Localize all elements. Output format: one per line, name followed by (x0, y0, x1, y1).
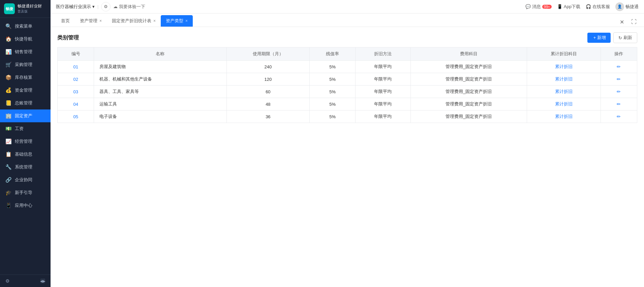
row-operation[interactable]: ✏ (601, 61, 637, 73)
nav-label-inventory: 库存核算 (15, 74, 32, 81)
sidebar-item-ledger[interactable]: 📒 总账管理 (0, 97, 51, 109)
service-icon: 🎧 (586, 4, 591, 9)
row-method: 年限平均 (356, 73, 411, 86)
expand-icon[interactable]: ⛶ (629, 17, 639, 27)
row-accumulated: 累计折旧 (527, 98, 601, 110)
sidebar-item-tutorial[interactable]: 🎓 新手引导 (0, 186, 51, 199)
edit-icon[interactable]: ✏ (617, 64, 621, 69)
tab-label-depreciation-table: 固定资产折旧统计表 (112, 18, 151, 24)
industry-label: 医疗器械行业演示 (56, 4, 91, 10)
th-编号: 编号 (58, 47, 94, 61)
sidebar-item-quick-nav[interactable]: 🏠 快捷导航 (0, 33, 51, 45)
tab-close-depreciation-table[interactable]: × (153, 19, 156, 23)
row-code: 04 (58, 98, 94, 110)
table-row: 02 机器、机械和其他生产设备 120 5% 年限平均 管理费用_固定资产折旧 … (58, 73, 637, 86)
tab-home[interactable]: 首页 (56, 15, 75, 27)
industry-selector[interactable]: 医疗器械行业演示 ▾ (56, 4, 95, 10)
row-method: 年限平均 (356, 98, 411, 110)
topbar: 医疗器械行业演示 ▾ | ⚙ ☁ 我要体验一下 💬 消息 99+ 📱 (51, 0, 644, 13)
nav-label-search: 搜索菜单 (15, 23, 32, 29)
sidebar-item-operations[interactable]: 📈 经营管理 (0, 135, 51, 148)
edit-icon[interactable]: ✏ (617, 101, 621, 107)
gear-button[interactable]: ⚙ (101, 2, 111, 11)
tab-asset-type[interactable]: 资产类型× (161, 15, 193, 27)
app-download-action[interactable]: 📱 App下载 (557, 4, 580, 10)
logo-title: 畅捷通好业财 (18, 4, 42, 9)
sidebar-item-purchase[interactable]: 🛒 采购管理 (0, 58, 51, 71)
row-operation[interactable]: ✏ (601, 73, 637, 86)
user-action[interactable]: 👤 畅捷通 (615, 2, 639, 11)
nav-icon-purchase: 🛒 (5, 62, 11, 68)
nav-icon-payroll: 💵 (5, 126, 11, 132)
sidebar-item-enterprise[interactable]: 🔗 企业协同 (0, 173, 51, 186)
row-name: 机器、机械和其他生产设备 (94, 73, 226, 86)
sidebar-item-capital[interactable]: 💰 资金管理 (0, 84, 51, 97)
topbar-right: 💬 消息 99+ 📱 App下载 🎧 在线客服 👤 畅捷通 (525, 2, 639, 11)
row-method: 年限平均 (356, 86, 411, 98)
sidebar-item-search[interactable]: 🔍 搜索菜单 (0, 20, 51, 33)
close-window-icon[interactable]: ✕ (617, 17, 626, 27)
sidebar-item-inventory[interactable]: 📦 库存核算 (0, 71, 51, 84)
nav-label-system: 系统管理 (15, 164, 32, 170)
row-accumulated: 累计折旧 (527, 73, 601, 86)
row-residual: 5% (310, 73, 356, 86)
row-expense: 管理费用_固定资产折旧 (410, 73, 527, 86)
edit-icon[interactable]: ✏ (617, 76, 621, 82)
sidebar-item-payroll[interactable]: 💵 工资 (0, 122, 51, 135)
tab-close-asset-type[interactable]: × (185, 19, 188, 23)
th-名称: 名称 (94, 47, 226, 61)
nav-label-ledger: 总账管理 (15, 100, 32, 106)
page-actions: + 新增 ↻ 刷新 (587, 32, 637, 43)
row-expense: 管理费用_固定资产折旧 (410, 98, 527, 110)
app-download-label: App下载 (564, 4, 580, 10)
collapse-icon[interactable]: ◀▶ (40, 279, 45, 283)
row-residual: 5% (310, 61, 356, 73)
sidebar-item-basic-info[interactable]: 📋 基础信息 (0, 148, 51, 161)
nav-icon-quick-nav: 🏠 (5, 36, 11, 42)
row-residual: 5% (310, 98, 356, 110)
row-name: 电子设备 (94, 110, 226, 123)
nav-label-purchase: 采购管理 (15, 62, 32, 68)
table-row: 01 房屋及建筑物 240 5% 年限平均 管理费用_固定资产折旧 累计折旧 ✏ (58, 61, 637, 73)
tab-label-asset-type: 资产类型 (166, 18, 183, 24)
tab-close-asset-mgmt[interactable]: × (99, 19, 102, 23)
customer-service-action[interactable]: 🎧 在线客服 (586, 4, 610, 10)
row-period: 48 (226, 98, 310, 110)
sidebar-item-app-center[interactable]: 📱 应用中心 (0, 199, 51, 212)
page-header: 类别管理 + 新增 ↻ 刷新 (51, 27, 644, 47)
row-residual: 5% (310, 86, 356, 98)
nav-icon-sales: 📊 (5, 49, 11, 55)
row-operation[interactable]: ✏ (601, 98, 637, 110)
row-name: 器具、工具、家具等 (94, 86, 226, 98)
nav-icon-fixed-assets: 🏢 (5, 113, 11, 119)
row-period: 240 (226, 61, 310, 73)
logo: 畅捷 畅捷通好业财 普及版 (0, 0, 51, 18)
row-operation[interactable]: ✏ (601, 110, 637, 123)
new-button[interactable]: + 新增 (587, 33, 611, 43)
message-action[interactable]: 💬 消息 99+ (525, 4, 552, 10)
sidebar-item-sales[interactable]: 📊 销售管理 (0, 45, 51, 58)
content: 类别管理 + 新增 ↻ 刷新 编号名称使用期限（月）残值率折旧方法费用科目累计折… (51, 27, 644, 287)
edit-icon[interactable]: ✏ (617, 89, 621, 94)
nav-label-quick-nav: 快捷导航 (15, 36, 32, 42)
tab-asset-mgmt[interactable]: 资产管理× (75, 15, 107, 27)
experience-button[interactable]: ☁ 我要体验一下 (113, 4, 145, 10)
row-operation[interactable]: ✏ (601, 86, 637, 98)
sidebar-item-system[interactable]: 🔧 系统管理 (0, 161, 51, 173)
settings-icon[interactable]: ⚙ (5, 278, 10, 284)
asset-type-table: 编号名称使用期限（月）残值率折旧方法费用科目累计折旧科目操作 01 房屋及建筑物… (57, 47, 637, 123)
nav-icon-tutorial: 🎓 (5, 190, 11, 196)
tab-label-home: 首页 (61, 18, 70, 24)
table-head: 编号名称使用期限（月）残值率折旧方法费用科目累计折旧科目操作 (58, 47, 637, 61)
tab-depreciation-table[interactable]: 固定资产折旧统计表× (107, 15, 161, 27)
row-expense: 管理费用_固定资产折旧 (410, 86, 527, 98)
nav-icon-inventory: 📦 (5, 74, 11, 81)
row-expense: 管理费用_固定资产折旧 (410, 110, 527, 123)
table-header-row: 编号名称使用期限（月）残值率折旧方法费用科目累计折旧科目操作 (58, 47, 637, 61)
sidebar-item-fixed-assets[interactable]: 🏢 固定资产 (0, 109, 51, 122)
message-icon: 💬 (525, 4, 531, 9)
cloud-icon: ☁ (113, 4, 118, 9)
edit-icon[interactable]: ✏ (617, 114, 621, 119)
refresh-button[interactable]: ↻ 刷新 (613, 32, 637, 43)
tab-label-asset-mgmt: 资产管理 (80, 18, 97, 24)
